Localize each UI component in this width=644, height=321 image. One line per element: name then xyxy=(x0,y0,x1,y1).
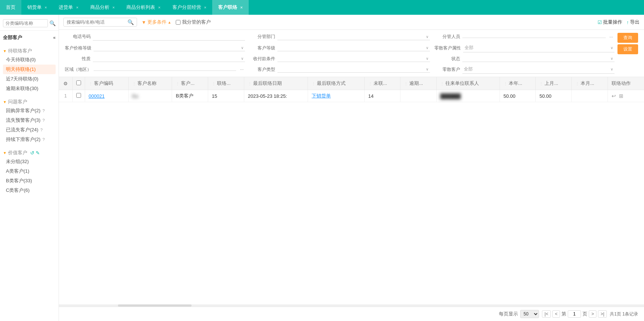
col-header-date: 最后联络日期 xyxy=(253,80,282,87)
filter-region: 区域（地区） ··· xyxy=(65,66,245,73)
reply-icon[interactable]: ↩ xyxy=(612,93,616,99)
pagination-nav: |< < 第 页 > >| xyxy=(542,310,607,318)
manager-select[interactable] xyxy=(462,35,606,38)
row-checkbox[interactable] xyxy=(76,93,81,98)
payment-select[interactable]: ∨ xyxy=(277,55,430,62)
sidebar-item-overdue[interactable]: 逾期未联络(30) xyxy=(3,84,56,93)
cell-customer-name[interactable]: Ea xyxy=(128,90,172,102)
last-page-btn[interactable]: >| xyxy=(598,310,607,318)
sidebar-item-class-a[interactable]: A类客户(1) xyxy=(3,166,56,176)
nav-customer-layer-label: 客户分层经营 xyxy=(172,0,201,15)
sidebar-item-repurchase-anomaly[interactable]: 回购异常客户(2) ? xyxy=(3,106,56,115)
filter-dept: 分管部门 ∨ xyxy=(249,34,430,40)
nav-contact-close[interactable]: × xyxy=(240,0,242,15)
nav-home[interactable]: 首页 xyxy=(0,0,21,15)
adv-filter-actions: 查询 设置 xyxy=(617,33,638,74)
nav-customer-layering[interactable]: 客户分层经营 × xyxy=(167,0,212,15)
dept-select[interactable]: ∨ xyxy=(277,34,430,40)
nav-sales-close[interactable]: × xyxy=(45,0,47,15)
last-contact-method-link[interactable]: 下销货单 xyxy=(312,93,331,99)
manager-more-btn[interactable]: ··· xyxy=(608,34,615,39)
phone-input[interactable] xyxy=(93,33,245,41)
per-page-select[interactable]: 50 100 200 xyxy=(520,310,539,318)
dots-icon-date: ⋮ xyxy=(248,82,252,86)
export-icon: ↑ xyxy=(627,20,629,25)
th-this-month: ⋮ 本月... xyxy=(572,77,608,90)
batch-operation-btn[interactable]: ☑ 批量操作 xyxy=(598,19,622,25)
all-customers-label: 全部客户 xyxy=(3,34,22,41)
price-level-label: 客户价格等级 xyxy=(65,45,91,51)
ungrouped-label: 未分组(32) xyxy=(6,159,29,164)
adv-filter-row-4: 区域（地区） ··· 客户类型 ∨ xyxy=(65,65,615,74)
page-label: 第 xyxy=(561,311,566,317)
sidebar-item-tomorrow[interactable]: 明天待联络(1) xyxy=(3,65,56,74)
sidebar-item-today[interactable]: 今天待联络(0) xyxy=(3,55,56,65)
nav-customer-layer-close[interactable]: × xyxy=(204,0,206,15)
sidebar-search-input[interactable] xyxy=(3,19,48,27)
first-page-btn[interactable]: |< xyxy=(542,310,551,318)
cell-company-contact: ██████ xyxy=(437,90,500,102)
nav-product-list[interactable]: 商品分析列表 × xyxy=(120,0,166,15)
cell-overdue xyxy=(400,90,437,102)
customer-type-select[interactable]: ∨ xyxy=(277,66,430,73)
sidebar-item-ungrouped[interactable]: 未分组(32) xyxy=(3,157,56,166)
class-b-label: B类客户(33) xyxy=(6,178,32,183)
settings-button[interactable]: 设置 xyxy=(617,44,638,54)
page-number-input[interactable] xyxy=(568,310,581,318)
nav-product-close[interactable]: × xyxy=(112,0,115,15)
select-all-checkbox[interactable] xyxy=(76,80,81,85)
refresh-icon[interactable]: ↺ xyxy=(30,150,34,156)
help-icon-3: ? xyxy=(42,137,45,142)
filter-nature: 性质 ∨ xyxy=(65,55,245,62)
my-customers-input[interactable] xyxy=(176,20,181,25)
search-input[interactable] xyxy=(67,20,126,25)
dots-icon-method: ⋮ xyxy=(312,82,315,86)
nav-purchase-order[interactable]: 进货单 × xyxy=(53,0,84,15)
filter-price-level: 客户价格等级 ∨ xyxy=(65,45,245,51)
sidebar-all-customers[interactable]: 全部客户 « xyxy=(3,33,56,42)
region-more-btn[interactable]: ··· xyxy=(238,67,245,72)
more-filters-btn[interactable]: ▼ 更多条件 ▲ xyxy=(141,19,171,25)
export-btn[interactable]: ↑ 导出 xyxy=(627,19,640,25)
manager-label: 分管人员 xyxy=(434,34,460,40)
sidebar-item-class-b[interactable]: B类客户(33) xyxy=(3,176,56,186)
nav-purchase-close[interactable]: × xyxy=(76,0,78,15)
query-button[interactable]: 查询 xyxy=(617,33,638,43)
next-page-btn[interactable]: > xyxy=(589,310,596,318)
sidebar-item-declining[interactable]: 持续下滑客户(2) ? xyxy=(3,135,56,144)
edit-icon[interactable]: ✎ xyxy=(36,150,40,156)
nav-product-list-close[interactable]: × xyxy=(158,0,160,15)
sidebar-item-churn-warning[interactable]: 流失预警客户(3) ? xyxy=(3,115,56,125)
my-customers-checkbox[interactable]: 我分管的客户 xyxy=(176,19,211,25)
sidebar-item-churned[interactable]: 已流失客户(24) ? xyxy=(3,125,56,135)
settings-icon[interactable]: ⚙ xyxy=(63,81,68,86)
customer-level-select[interactable]: ∨ xyxy=(277,45,430,51)
problem-group-text: 问题客户 xyxy=(8,99,27,105)
sidebar-item-class-c[interactable]: C类客户(6) xyxy=(3,186,56,195)
retail-customer-select[interactable]: 全部 ∨ xyxy=(462,65,615,74)
th-this-year: ⋮ 本年... xyxy=(500,77,536,90)
retail-attr-select[interactable]: 全部 ∨ xyxy=(463,44,615,52)
grid-icon[interactable]: ⊞ xyxy=(619,93,623,99)
sidebar-search-icon[interactable]: 🔍 xyxy=(49,20,56,26)
customer-code-link[interactable]: 000021 xyxy=(89,93,105,99)
cell-checkbox[interactable] xyxy=(72,90,85,102)
nature-arrow: ∨ xyxy=(241,56,244,61)
nav-customer-contact[interactable]: 客户联络 × xyxy=(212,0,248,15)
sidebar-item-7days[interactable]: 近7天待联络(0) xyxy=(3,74,56,84)
status-select[interactable]: ∨ xyxy=(462,55,615,62)
prev-page-btn[interactable]: < xyxy=(552,310,560,318)
nature-select[interactable]: ∨ xyxy=(93,55,245,62)
cell-not-contacted: 14 xyxy=(364,90,400,102)
nav-contact-label: 客户联络 xyxy=(218,0,237,15)
cell-customer-code[interactable]: 000021 xyxy=(85,90,128,102)
region-select[interactable] xyxy=(94,68,236,71)
price-level-select[interactable]: ∨ xyxy=(94,45,245,51)
cell-last-contact-method[interactable]: 下销货单 xyxy=(308,90,364,102)
th-checkbox[interactable] xyxy=(72,77,85,90)
nav-product-analysis[interactable]: 商品分析 × xyxy=(84,0,120,15)
search-icon[interactable]: 🔍 xyxy=(127,19,134,25)
nav-sales-order[interactable]: 销货单 × xyxy=(21,0,53,15)
dept-label: 分管部门 xyxy=(249,34,275,40)
th-settings[interactable]: ⚙ xyxy=(59,77,72,90)
